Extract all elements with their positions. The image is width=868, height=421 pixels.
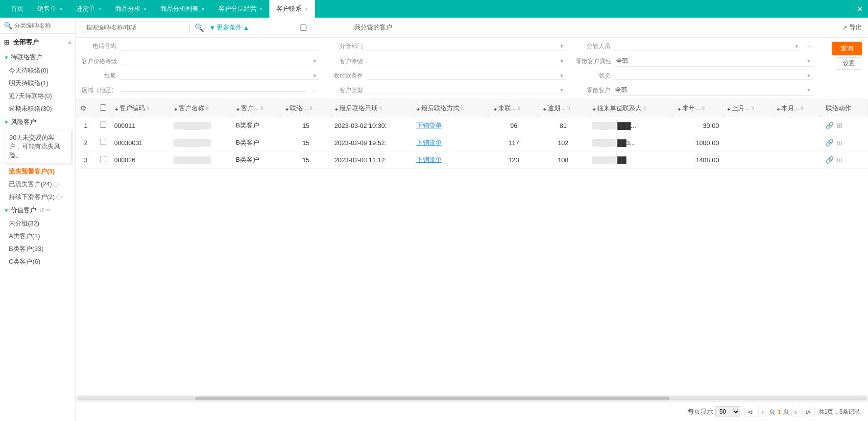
- phone-input[interactable]: [119, 42, 319, 51]
- nav-item-sales[interactable]: 销售单 ×: [30, 0, 69, 18]
- my-customers-checkbox-label[interactable]: 我分管的客户: [254, 23, 392, 32]
- cell-last-method[interactable]: 下销货单: [412, 117, 489, 134]
- nav-customer-contact-close[interactable]: ×: [305, 6, 308, 12]
- action-grid-icon[interactable]: ⊞: [837, 156, 843, 164]
- cell-this-month: [772, 117, 821, 134]
- cell-actions[interactable]: 🔗 ⊞: [821, 151, 868, 169]
- sidebar-group-risk[interactable]: ▼ 风险客户: [0, 115, 75, 129]
- cell-checkbox[interactable]: [96, 134, 110, 151]
- per-page-select[interactable]: 50 100 200: [715, 406, 740, 417]
- nav-analysis-close[interactable]: ×: [144, 6, 146, 12]
- nav-close-all-button[interactable]: ✕: [857, 4, 863, 14]
- filter-row-customer-level: 客户等级 ▼: [329, 56, 566, 67]
- cell-last-method[interactable]: 下销货单: [412, 151, 489, 169]
- cell-actions[interactable]: 🔗 ⊞: [821, 134, 868, 151]
- th-overdue[interactable]: ⬥逾期...⇅: [538, 100, 588, 117]
- prev-page-btn[interactable]: ‹: [758, 407, 767, 417]
- sidebar-item-tomorrow[interactable]: 明天待联络(1): [0, 77, 75, 90]
- sidebar-item-churned[interactable]: 已流失客户(24) ⓘ: [0, 178, 75, 191]
- th-last-date[interactable]: ⬥最后联络日期⇅: [331, 100, 412, 117]
- nav-item-purchase[interactable]: 进货单 ×: [69, 0, 108, 18]
- nav-sales-close[interactable]: ×: [59, 6, 62, 12]
- sidebar-item-class-c[interactable]: C类客户(6): [0, 255, 75, 268]
- th-name[interactable]: ⬥客户名称⇅: [169, 100, 232, 117]
- nav-item-analysis[interactable]: 商品分析 ×: [108, 0, 153, 18]
- cell-last-method[interactable]: 下销货单: [412, 134, 489, 151]
- area-select[interactable]: [120, 89, 307, 92]
- value-edit-icon[interactable]: ↺: [39, 207, 44, 214]
- nav-purchase-close[interactable]: ×: [98, 6, 101, 12]
- payment-select[interactable]: ▼: [366, 72, 566, 80]
- select-all-checkbox[interactable]: [100, 104, 106, 111]
- nav-customer-tier-close[interactable]: ×: [260, 6, 263, 12]
- group-pending-label: 待联络客户: [11, 53, 43, 62]
- sidebar-item-ungrouped[interactable]: 未分组(32): [0, 217, 75, 230]
- action-link-icon[interactable]: 🔗: [825, 156, 834, 164]
- sidebar-search-input[interactable]: [14, 22, 72, 29]
- th-this-year[interactable]: ⬥本年...⇅: [674, 100, 723, 117]
- th-last-method[interactable]: ⬥最后联络方式⇅: [412, 100, 489, 117]
- retail-customer-select[interactable]: 全部 ▼: [613, 85, 813, 96]
- my-customers-checkbox[interactable]: [254, 25, 352, 31]
- sidebar-group-value[interactable]: ▼ 价值客户 ↺ ✏: [0, 203, 75, 217]
- cell-checkbox[interactable]: [96, 151, 110, 169]
- search-input[interactable]: [82, 22, 190, 33]
- nav-item-customer-tier[interactable]: 客户分层经营 ×: [212, 0, 269, 18]
- area-label: 区域（地区）: [82, 86, 117, 95]
- action-grid-icon[interactable]: ⊞: [837, 139, 843, 147]
- content-area: 🔍 ▼ 更多条件 ▲ 我分管的客户 ↗ 导出 电话号码: [76, 18, 868, 421]
- action-link-icon[interactable]: 🔗: [825, 139, 834, 147]
- nav-item-analysis-list[interactable]: 商品分析列表 ×: [153, 0, 211, 18]
- next-page-btn[interactable]: ›: [791, 407, 800, 417]
- nature-select[interactable]: ▼: [119, 72, 319, 80]
- nav-customer-contact-label: 客户联系: [276, 4, 302, 13]
- query-button[interactable]: 查询: [832, 42, 862, 55]
- first-page-btn[interactable]: ⊲: [744, 407, 756, 417]
- value-settings-icon[interactable]: ✏: [46, 207, 51, 214]
- sidebar-collapse-icon[interactable]: «: [68, 39, 72, 46]
- more-conditions-btn[interactable]: ▼ 更多条件 ▲: [209, 23, 249, 32]
- sidebar-item-class-a[interactable]: A类客户(1): [0, 230, 75, 243]
- th-code[interactable]: ⬥客户编码⇅: [110, 100, 169, 117]
- action-grid-icon[interactable]: ⊞: [837, 122, 843, 129]
- customer-level-label: 客户等级: [329, 57, 363, 66]
- price-level-select[interactable]: ▼: [120, 57, 319, 65]
- person-dots[interactable]: ···: [804, 43, 813, 50]
- nav-item-customer-contact[interactable]: 客户联系 ×: [269, 0, 314, 18]
- horizontal-scrollbar[interactable]: [76, 395, 868, 402]
- cell-unlisted: 123: [489, 151, 539, 169]
- sidebar-item-overdue-contact[interactable]: 逾期未联络(30): [0, 102, 75, 115]
- retail-attr-select[interactable]: 全部 ▼: [614, 56, 813, 67]
- th-contact-num[interactable]: ⬥联络...⇅: [281, 100, 331, 117]
- th-contact-person[interactable]: ⬥往来单位联系人⇅: [588, 100, 674, 117]
- dept-select[interactable]: ▼: [366, 43, 566, 50]
- settings-button[interactable]: 设置: [836, 57, 862, 70]
- status-label: 状态: [576, 72, 610, 80]
- sidebar-group-pending[interactable]: ▼ 待联络客户: [0, 50, 75, 64]
- search-button[interactable]: 🔍: [194, 23, 204, 32]
- nav-item-home[interactable]: 首页: [4, 0, 30, 18]
- sidebar-item-declining[interactable]: 持续下滑客户(2) ⓘ: [0, 191, 75, 203]
- sidebar-item-class-b[interactable]: B类客户(33): [0, 243, 75, 255]
- th-unlisted[interactable]: ⬥未联...⇅: [489, 100, 539, 117]
- export-button[interactable]: ↗ 导出: [842, 23, 862, 32]
- status-select[interactable]: ▼: [613, 72, 813, 80]
- area-dots[interactable]: ···: [310, 87, 319, 94]
- customer-type-select[interactable]: ▼: [366, 86, 566, 94]
- customer-level-select[interactable]: ▼: [366, 57, 566, 65]
- person-select[interactable]: ▼: [613, 43, 801, 50]
- nav-analysis-list-close[interactable]: ×: [201, 6, 204, 12]
- table-settings-icon[interactable]: ⚙: [80, 104, 86, 112]
- cell-checkbox[interactable]: [96, 117, 110, 134]
- th-level[interactable]: ⬥客户...⇅: [232, 100, 281, 117]
- last-page-btn[interactable]: ⊳: [802, 407, 815, 417]
- th-last-month[interactable]: ⬥上月...⇅: [723, 100, 772, 117]
- th-this-month[interactable]: ⬥本月...⇅: [772, 100, 821, 117]
- sidebar-item-churn-warning[interactable]: 流失预警客户(3): [0, 165, 75, 178]
- cell-actions[interactable]: 🔗 ⊞: [821, 117, 868, 134]
- filter-row-phone: 电话号码: [82, 42, 319, 51]
- sidebar-item-today[interactable]: 今天待联络(0): [0, 64, 75, 77]
- sidebar-item-7days[interactable]: 近7天待联络(0): [0, 90, 75, 102]
- scrollbar-thumb[interactable]: [195, 396, 670, 400]
- action-link-icon[interactable]: 🔗: [825, 122, 834, 129]
